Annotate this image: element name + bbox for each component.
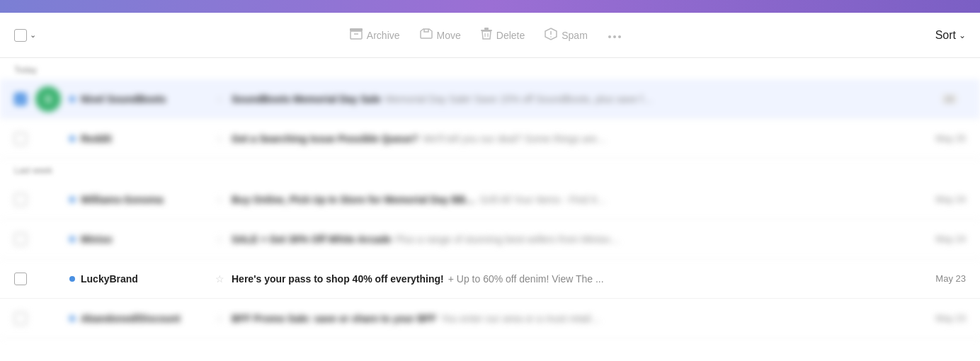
move-icon xyxy=(420,28,433,42)
subject: Buy Online, Pick Up In Store for Memoria… xyxy=(232,194,476,205)
email-body: Here's your pass to shop 40% off everyth… xyxy=(232,273,927,285)
preview: Plus a range of stunning best-sellers fr… xyxy=(395,234,620,245)
star-icon[interactable]: ☆ xyxy=(215,194,224,205)
preview: Grill All Your Items - Find It… xyxy=(480,194,607,205)
star-icon[interactable]: ☆ xyxy=(215,234,224,245)
email-date: May 24 xyxy=(935,194,966,205)
row-checkbox[interactable] xyxy=(14,132,27,145)
row-checkbox[interactable] xyxy=(14,193,27,206)
row-checkbox[interactable] xyxy=(14,93,27,105)
email-row[interactable]: Abandoned/Discount ☆ BFF Promo Sale: sav… xyxy=(0,299,980,338)
sender: Abandoned/Discount xyxy=(81,313,208,324)
sender: Williams-Sonoma xyxy=(81,194,208,205)
spam-icon xyxy=(545,28,557,43)
sender: LuckyBrand xyxy=(81,273,208,285)
section-header-today: Today xyxy=(0,58,980,79)
unread-dot xyxy=(69,96,75,102)
email-row[interactable]: LuckyBrand ☆ Here's your pass to shop 40… xyxy=(0,259,980,299)
sort-chevron-icon: ⌄ xyxy=(959,30,966,40)
unread-dot xyxy=(69,276,75,282)
toolbar-right: Sort ⌄ xyxy=(935,29,966,42)
subject: Here's your pass to shop 40% off everyth… xyxy=(232,273,444,285)
email-row[interactable]: Miniso ☆ SALE + Get 30% Off White Arcade… xyxy=(0,219,980,259)
toolbar-left: ⌄ xyxy=(14,29,36,42)
unread-dot xyxy=(69,197,75,202)
spam-button[interactable]: Spam xyxy=(545,28,588,43)
sender: Nivel SoundBoots xyxy=(81,93,208,105)
preview: We'll tell you our deal? Some things are… xyxy=(423,133,607,144)
top-gradient-bar xyxy=(0,0,980,13)
row-checkbox[interactable] xyxy=(14,273,27,285)
email-body: Buy Online, Pick Up In Store for Memoria… xyxy=(232,194,927,205)
more-button[interactable] xyxy=(608,29,622,42)
star-icon[interactable]: ☆ xyxy=(215,313,224,324)
subject: Get a Searching Issue Possible Queue? xyxy=(232,133,418,144)
section-header-last-week: Last week xyxy=(0,159,980,180)
archive-icon xyxy=(350,28,363,42)
delete-button[interactable]: Delete xyxy=(481,28,525,43)
svg-rect-4 xyxy=(484,28,489,30)
star-icon[interactable]: ☆ xyxy=(215,133,224,144)
avatar: S xyxy=(35,86,61,112)
email-body: SoundBoots Memorial Day Sale Memorial Da… xyxy=(232,93,938,105)
star-icon[interactable]: ☆ xyxy=(215,93,224,105)
sender: Miniso xyxy=(81,234,208,245)
svg-point-10 xyxy=(613,35,616,38)
svg-rect-0 xyxy=(351,31,362,39)
email-body: SALE + Get 30% Off White Arcade Plus a r… xyxy=(232,234,927,245)
row-checkbox[interactable] xyxy=(14,233,27,246)
chevron-down-icon[interactable]: ⌄ xyxy=(30,30,36,40)
star-icon[interactable]: ☆ xyxy=(215,273,224,285)
unread-dot xyxy=(69,236,75,242)
subject: SALE + Get 30% Off White Arcade xyxy=(232,234,391,245)
delete-icon xyxy=(481,28,492,43)
archive-label: Archive xyxy=(367,30,400,41)
toolbar-actions: Archive Move Delete Spam xyxy=(36,28,935,43)
preview: Memorial Day Sale! Save 15% off SoundBoo… xyxy=(385,93,653,105)
svg-point-9 xyxy=(608,35,611,38)
svg-point-11 xyxy=(618,35,621,38)
sort-button[interactable]: Sort ⌄ xyxy=(935,29,966,42)
preview: You enter our area or a must retail… xyxy=(440,313,600,324)
archive-button[interactable]: Archive xyxy=(350,28,400,42)
email-body: Get a Searching Issue Possible Queue? We… xyxy=(232,133,927,144)
select-all-checkbox[interactable]: ⌄ xyxy=(14,29,36,42)
email-date: May 24 xyxy=(935,234,966,244)
delete-label: Delete xyxy=(496,30,525,41)
sender: Reddit xyxy=(81,133,208,144)
svg-point-8 xyxy=(550,36,552,38)
more-icon xyxy=(608,29,622,42)
move-button[interactable]: Move xyxy=(420,28,461,42)
checkbox-box[interactable] xyxy=(14,29,27,42)
sort-label: Sort xyxy=(935,29,956,42)
toolbar: ⌄ Archive Move Delete Spam xyxy=(0,13,980,58)
subject: BFF Promo Sale: save or share to your BF… xyxy=(232,313,436,324)
email-row[interactable]: S Nivel SoundBoots ☆ SoundBoots Memorial… xyxy=(0,79,980,119)
row-checkbox[interactable] xyxy=(14,312,27,325)
move-label: Move xyxy=(437,30,461,41)
email-date: May 23 xyxy=(935,273,966,284)
svg-rect-1 xyxy=(350,28,363,31)
email-row[interactable]: Reddit ☆ Get a Searching Issue Possible … xyxy=(0,119,980,159)
spam-label: Spam xyxy=(562,30,588,41)
unread-dot xyxy=(69,136,75,142)
unread-dot xyxy=(69,316,75,321)
subject: SoundBoots Memorial Day Sale xyxy=(232,93,381,105)
preview: + Up to 60% off denim! View The ... xyxy=(448,273,604,285)
email-row[interactable]: Williams-Sonoma ☆ Buy Online, Pick Up In… xyxy=(0,180,980,219)
tag-badge: 22 xyxy=(942,94,957,104)
email-date: May 25 xyxy=(935,133,966,144)
email-list: Today S Nivel SoundBoots ☆ SoundBoots Me… xyxy=(0,58,980,338)
email-body: BFF Promo Sale: save or share to your BF… xyxy=(232,313,927,324)
email-date: May 23 xyxy=(935,313,966,323)
